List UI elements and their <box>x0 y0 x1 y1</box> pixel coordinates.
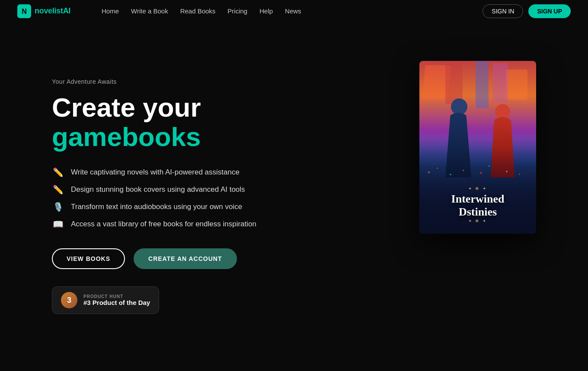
book-cover: ✦ ❋ ✦ Interwined Dstinies ✦ ❋ ✦ <box>419 61 536 234</box>
nav-item-help[interactable]: Help <box>259 7 273 15</box>
feature-item-1: ✏️ Design stunning book covers using adv… <box>52 184 311 195</box>
book-icon: 📖 <box>52 219 64 229</box>
logo-icon: N <box>17 4 31 18</box>
figure-head-left <box>451 98 467 115</box>
nav-right: SIGN IN SIGN UP <box>483 4 571 18</box>
ph-medal: 3 <box>61 292 77 308</box>
feature-text-3: Access a vast library of free books for … <box>71 220 256 228</box>
signup-button[interactable]: SIGN UP <box>528 4 571 18</box>
nav-item-read-books[interactable]: Read Books <box>180 7 216 15</box>
nav-item-write-a-book[interactable]: Write a Book <box>131 7 168 15</box>
city-building-3 <box>506 70 527 100</box>
feature-text-2: Transform text into audiobooks using you… <box>71 203 242 211</box>
ph-main-text: #3 Product of the Day <box>83 299 150 306</box>
signin-button[interactable]: SIGN IN <box>483 4 523 18</box>
logo[interactable]: N novelistAI <box>17 4 70 18</box>
feature-item-2: 🎙️ Transform text into audiobooks using … <box>52 202 311 212</box>
ph-text: PRODUCT HUNT #3 Product of the Day <box>83 294 150 306</box>
city-building-2 <box>445 61 463 104</box>
nav-links: Home Write a Book Read Books Pricing Hel… <box>84 0 319 22</box>
flourish-top: ✦ ❋ ✦ <box>425 186 530 191</box>
nav-item-pricing[interactable]: Pricing <box>227 7 247 15</box>
flourish-bottom: ✦ ❋ ✦ <box>425 219 530 223</box>
book-cover-title: Interwined Dstinies <box>425 193 530 219</box>
nav-item-home[interactable]: Home <box>102 7 119 15</box>
create-account-button[interactable]: CREATE AN ACCOUNT <box>134 248 236 269</box>
hero-right: ✦ ❋ ✦ Interwined Dstinies ✦ ❋ ✦ <box>419 61 536 234</box>
city-building-5 <box>476 61 489 108</box>
hero-eyebrow: Your Adventure Awaits <box>52 78 311 85</box>
ph-label: PRODUCT HUNT <box>83 294 150 299</box>
product-hunt-badge[interactable]: 3 PRODUCT HUNT #3 Product of the Day <box>52 286 159 314</box>
book-cover-art: ✦ ❋ ✦ Interwined Dstinies ✦ ❋ ✦ <box>419 61 536 234</box>
hero-headline: Create your gamebooks <box>52 93 311 152</box>
logo-text: novelistAI <box>35 6 70 16</box>
cta-row: VIEW BOOKS CREATE AN ACCOUNT <box>52 248 311 269</box>
nav-item-news[interactable]: News <box>285 7 301 15</box>
city-building-4 <box>493 63 508 102</box>
mic-icon: 🎙️ <box>52 202 64 212</box>
pencil-icon-0: ✏️ <box>52 167 64 178</box>
view-books-button[interactable]: VIEW BOOKS <box>52 248 125 269</box>
features-list: ✏️ Write captivating novels with AI-powe… <box>52 167 311 229</box>
svg-text:N: N <box>22 8 27 15</box>
nav-left: N novelistAI Home Write a Book Read Book… <box>17 0 319 22</box>
book-title-overlay: ✦ ❋ ✦ Interwined Dstinies ✦ ❋ ✦ <box>419 179 536 234</box>
feature-item-0: ✏️ Write captivating novels with AI-powe… <box>52 167 311 178</box>
feature-item-3: 📖 Access a vast library of free books fo… <box>52 219 311 229</box>
hero-left: Your Adventure Awaits Create your gamebo… <box>52 61 311 314</box>
hero-section: Your Adventure Awaits Create your gamebo… <box>0 22 588 340</box>
feature-text-0: Write captivating novels with AI-powered… <box>71 168 240 177</box>
feature-text-1: Design stunning book covers using advanc… <box>71 185 245 194</box>
figure-head-right <box>495 104 510 119</box>
navigation: N novelistAI Home Write a Book Read Book… <box>0 0 588 22</box>
pencil-icon-1: ✏️ <box>52 184 64 195</box>
